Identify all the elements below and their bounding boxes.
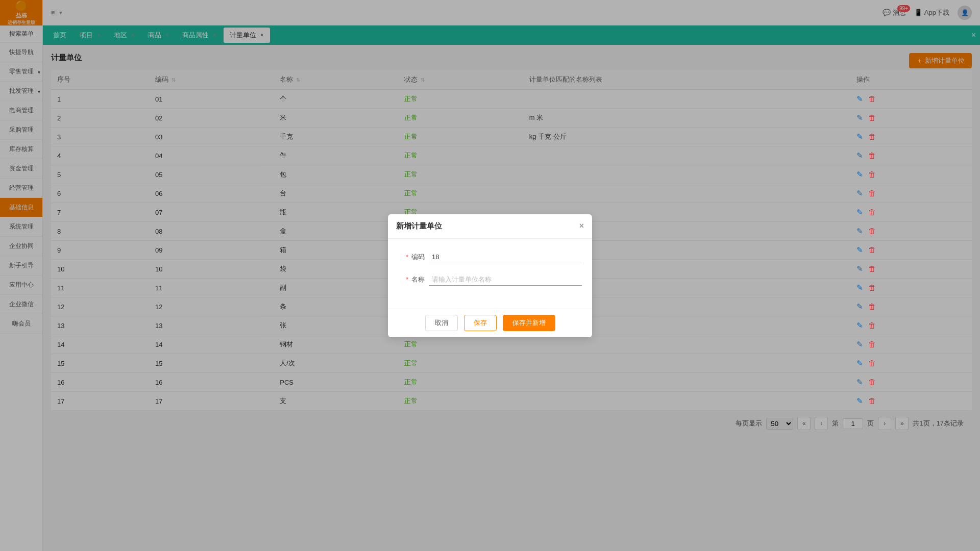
name-required-mark: * bbox=[406, 276, 408, 283]
code-required-mark: * bbox=[406, 253, 408, 261]
modal-header: 新增计量单位 × bbox=[388, 214, 592, 239]
modal-footer: 取消 保存 保存并新增 bbox=[388, 308, 592, 337]
name-form-row: * 名称 bbox=[398, 273, 582, 286]
code-form-row: * 编码 bbox=[398, 251, 582, 263]
modal-overlay: 新增计量单位 × * 编码 * 名称 取消 保存 保存并新增 bbox=[0, 0, 980, 551]
save-button[interactable]: 保存 bbox=[464, 315, 497, 331]
name-input[interactable] bbox=[429, 273, 582, 286]
cancel-button[interactable]: 取消 bbox=[425, 315, 458, 331]
modal-title: 新增计量单位 bbox=[396, 221, 442, 231]
save-add-button[interactable]: 保存并新增 bbox=[503, 315, 555, 331]
code-input[interactable] bbox=[429, 251, 582, 263]
code-label: * 编码 bbox=[398, 253, 429, 262]
modal-close-btn[interactable]: × bbox=[579, 221, 584, 231]
add-unit-modal: 新增计量单位 × * 编码 * 名称 取消 保存 保存并新增 bbox=[388, 214, 592, 337]
name-label: * 名称 bbox=[398, 275, 429, 284]
modal-body: * 编码 * 名称 bbox=[388, 239, 592, 308]
